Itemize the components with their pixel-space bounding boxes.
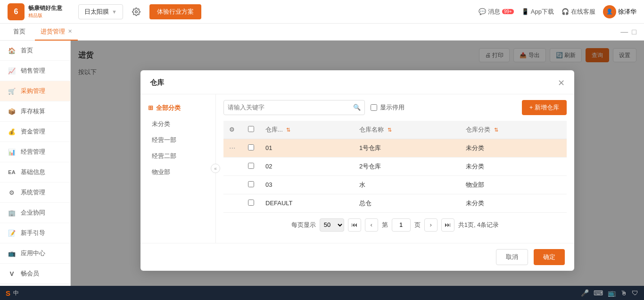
category-item-dept2[interactable]: 经营二部 xyxy=(140,148,215,164)
sidebar-item-membership[interactable]: V 畅会员 xyxy=(0,264,70,284)
nav-tab-purchase[interactable]: 进货管理 ✕ xyxy=(35,24,78,41)
row4-checkbox xyxy=(242,194,260,212)
next-page-btn[interactable]: › xyxy=(424,218,438,232)
search-input[interactable] xyxy=(228,104,353,111)
category-item-dept1[interactable]: 经营一部 xyxy=(140,132,215,148)
row1-checkbox xyxy=(242,139,260,157)
header-right: 💬 消息 99+ 📱 App下载 🎧 在线客服 👤 徐泽华 xyxy=(479,5,636,18)
search-box: 🔍 xyxy=(223,100,365,115)
th-category: 仓库分类 ⇅ xyxy=(460,121,567,139)
sidebar-item-system[interactable]: ⚙ 系统管理 xyxy=(0,183,70,203)
warehouse-modal: 仓库 ✕ ⊞ 全部分类 未分类 经营一 xyxy=(140,70,574,271)
sidebar-item-operations-label: 经营管理 xyxy=(21,148,45,156)
sort-code-icon: ⇅ xyxy=(286,127,290,133)
experience-btn[interactable]: 体验行业方案 xyxy=(149,4,201,19)
nav-minimize-btn[interactable]: — xyxy=(620,28,628,36)
row2-name: 2号仓库 xyxy=(354,157,460,175)
row1-select-checkbox[interactable] xyxy=(248,144,254,150)
keyboard-icon[interactable]: ⌨ xyxy=(594,289,603,297)
operations-icon: 📊 xyxy=(8,148,16,156)
modal-footer: 取消 确定 xyxy=(140,243,574,271)
sidebar-item-enterprise[interactable]: 🏢 企业协同 xyxy=(0,203,70,223)
table-row[interactable]: ··· 01 1号仓库 未分类 xyxy=(223,139,567,157)
select-all-checkbox[interactable] xyxy=(248,126,254,132)
online-service-btn[interactable]: 🎧 在线客服 xyxy=(561,8,595,16)
nav-tab-home-label: 首页 xyxy=(13,27,25,36)
logo-text-area: 畅康销好生意 精品版 xyxy=(28,4,62,19)
bottom-bar: S 中 🎤 ⌨ 📺 🖱 🛡 xyxy=(0,286,644,300)
category-item-property[interactable]: 物业部 xyxy=(140,164,215,180)
sidebar-item-operations[interactable]: 📊 经营管理 xyxy=(0,142,70,162)
sidebar-item-purchase[interactable]: 🛒 采购管理 xyxy=(0,81,70,101)
message-icon: 💬 xyxy=(479,8,486,15)
message-badge: 99+ xyxy=(502,9,514,14)
first-page-btn[interactable]: ⏮ xyxy=(348,218,361,232)
app-download-btn[interactable]: 📱 App下载 xyxy=(521,8,554,16)
page-input[interactable] xyxy=(392,218,411,232)
sidebar-item-membership-label: 畅会员 xyxy=(21,269,39,278)
sidebar-item-finance[interactable]: 💰 资金管理 xyxy=(0,122,70,142)
total-info: 共1页, 4条记录 xyxy=(458,221,499,229)
row4-actions xyxy=(223,194,242,212)
mic-icon[interactable]: 🎤 xyxy=(581,289,589,297)
table-row[interactable]: 02 2号仓库 未分类 xyxy=(223,157,567,175)
shield-icon[interactable]: 🛡 xyxy=(632,289,638,297)
sales-icon: 📈 xyxy=(8,67,16,75)
th-name: 仓库名称 ⇅ xyxy=(354,121,460,139)
sidebar-item-sales[interactable]: 📈 销售管理 xyxy=(0,61,70,81)
row4-select-checkbox[interactable] xyxy=(248,200,254,206)
add-warehouse-btn[interactable]: + 新增仓库 xyxy=(522,100,567,115)
chevron-down-icon: ▼ xyxy=(112,9,117,15)
enterprise-icon: 🏢 xyxy=(8,208,16,217)
phone-icon: 📱 xyxy=(521,8,529,15)
category-property-label: 物业部 xyxy=(152,168,170,175)
message-btn[interactable]: 💬 消息 99+ xyxy=(479,8,514,16)
category-dept2-label: 经营二部 xyxy=(152,152,176,159)
category-unclassified-label: 未分类 xyxy=(152,120,170,127)
nav-tab-home[interactable]: 首页 xyxy=(8,24,31,41)
nav-maximize-btn[interactable]: □ xyxy=(632,28,636,36)
search-icon[interactable]: 🔍 xyxy=(353,104,361,111)
logo-text: 畅康销好生意 xyxy=(28,4,62,12)
category-collapse-btn[interactable]: « xyxy=(211,164,220,173)
system-icon: ⚙ xyxy=(8,188,16,197)
nav-tab-purchase-close[interactable]: ✕ xyxy=(68,28,72,34)
show-disabled-checkbox[interactable] xyxy=(371,104,377,111)
table-row[interactable]: DEFAULT 总仓 未分类 xyxy=(223,194,567,212)
row1-more-btn[interactable]: ··· xyxy=(229,144,235,152)
all-categories-btn[interactable]: ⊞ 全部分类 xyxy=(140,100,215,116)
th-code: 仓库... ⇅ xyxy=(260,121,354,139)
s-logo-icon: S xyxy=(6,289,10,297)
th-name-label: 仓库名称 xyxy=(359,126,384,133)
sidebar-item-app-center[interactable]: 📺 应用中心 xyxy=(0,243,70,264)
sidebar-item-home-label: 首页 xyxy=(21,46,33,55)
modal-title: 仓库 xyxy=(150,78,164,87)
row3-select-checkbox[interactable] xyxy=(248,181,254,187)
last-page-btn[interactable]: ⏭ xyxy=(441,218,454,232)
prev-page-btn[interactable]: ‹ xyxy=(365,218,378,232)
bottom-icons: 🎤 ⌨ 📺 🖱 🛡 xyxy=(581,289,638,297)
monitor-icon[interactable]: 📺 xyxy=(608,289,616,297)
per-page-select[interactable]: 50 10 20 100 xyxy=(320,218,344,232)
modal-close-btn[interactable]: ✕ xyxy=(558,78,565,88)
category-item-unclassified[interactable]: 未分类 xyxy=(140,116,215,132)
mouse-icon[interactable]: 🖱 xyxy=(620,289,627,297)
sidebar-item-app-center-label: 应用中心 xyxy=(21,249,45,258)
store-selector[interactable]: 日太阳膜 ▼ xyxy=(78,4,123,19)
modal-overlay: 仓库 ✕ ⊞ 全部分类 未分类 经营一 xyxy=(71,41,644,300)
confirm-btn[interactable]: 确定 xyxy=(534,249,565,265)
row1-name: 1号仓库 xyxy=(354,139,460,157)
store-name: 日太阳膜 xyxy=(84,8,109,16)
sidebar-item-guide[interactable]: 📝 新手引导 xyxy=(0,223,70,243)
table-header: ⚙ 仓库... ⇅ 仓库名称 ⇅ xyxy=(223,121,567,139)
row2-select-checkbox[interactable] xyxy=(248,163,254,169)
table-row[interactable]: 03 水 物业部 xyxy=(223,175,567,194)
all-categories-label: 全部分类 xyxy=(156,104,181,112)
sidebar-item-basic-info[interactable]: EA 基础信息 xyxy=(0,162,70,183)
cancel-btn[interactable]: 取消 xyxy=(496,249,528,265)
th-code-label: 仓库... xyxy=(265,126,283,133)
sidebar-item-home[interactable]: 🏠 首页 xyxy=(0,41,70,61)
user-avatar-area[interactable]: 👤 徐泽华 xyxy=(603,5,636,18)
sidebar-item-inventory[interactable]: 📦 库存核算 xyxy=(0,101,70,122)
settings-icon-btn[interactable] xyxy=(129,4,144,19)
